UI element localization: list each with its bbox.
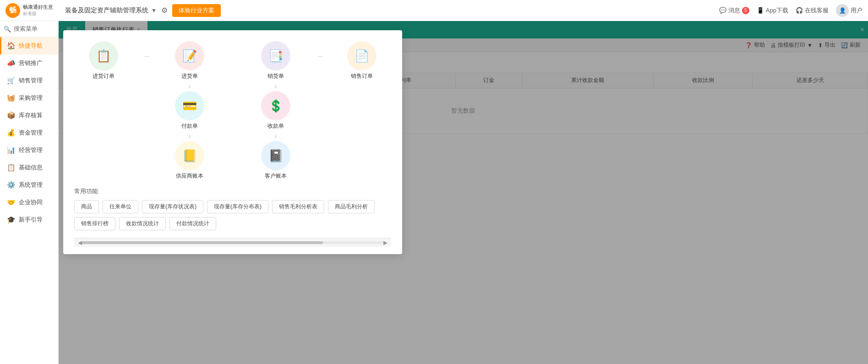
purchase-order-label: 进货订单	[93, 72, 115, 80]
payment-icon: 💳	[175, 91, 204, 120]
shortcuts-icon: 🏠	[7, 42, 15, 50]
sidebar: 🔍 搜索菜单 🏠 快捷导航 📣 营销推广 🛒 销售管理 🧺 采购管理 📦	[0, 21, 59, 364]
payment-label: 付款单	[181, 122, 198, 130]
system-icon: ⚙️	[7, 181, 15, 189]
receipt-icon: 💲	[261, 91, 290, 120]
flow-node-payment[interactable]: 💳 付款单	[160, 91, 219, 130]
avatar: 👤	[836, 4, 849, 17]
top-right: 💬 消息 5 📱 App下载 🎧 在线客服 👤 用户	[719, 4, 863, 17]
online-service-item[interactable]: 🎧 在线客服	[796, 6, 829, 15]
flow-node-purchase-bill[interactable]: 📝 进货单	[160, 41, 219, 80]
logo-area: 畅 畅康通好生意 标准版	[5, 3, 60, 18]
scroll-left-btn[interactable]: ◀	[78, 239, 82, 246]
logo-text: 畅康通好生意	[23, 4, 53, 10]
user-item[interactable]: 👤 用户	[836, 4, 863, 17]
sales-bill-label: 销货单	[267, 72, 284, 80]
scroll-right-btn[interactable]: ▶	[383, 239, 388, 246]
settings-button[interactable]: ⚙	[161, 6, 168, 15]
flow-node-supplier-ledger[interactable]: 📒 供应商账本	[160, 141, 219, 180]
sidebar-item-basicinfo[interactable]: 📋 基础信息	[0, 159, 58, 176]
collaboration-icon: 🤝	[7, 198, 15, 206]
common-title: 常用功能	[74, 187, 391, 196]
app-download-item[interactable]: 📱 App下载	[757, 6, 788, 15]
func-btn-product[interactable]: 商品	[74, 200, 99, 213]
func-btn-product-profit[interactable]: 商品毛利分析	[328, 200, 375, 213]
system-title: 装备及固定资产辅助管理系统 ▼	[65, 6, 157, 15]
customer-ledger-label: 客户账本	[265, 172, 287, 180]
sidebar-item-marketing[interactable]: 📣 营销推广	[0, 54, 58, 72]
flow-node-receipt[interactable]: 💲 收款单	[246, 91, 305, 130]
service-icon: 🎧	[796, 7, 803, 14]
func-btn-stock-dist[interactable]: 现存量(库存分布表)	[207, 200, 268, 213]
sidebar-item-operations[interactable]: 📊 经营管理	[0, 141, 58, 159]
scroll-track[interactable]	[82, 241, 383, 244]
basicinfo-icon: 📋	[7, 163, 15, 172]
operations-icon: 📊	[7, 146, 15, 154]
flow-node-sales-bill[interactable]: 📑 销货单	[246, 41, 305, 80]
message-item[interactable]: 💬 消息 5	[719, 6, 749, 15]
flow-node-purchase-order[interactable]: 📋 进货订单	[74, 41, 133, 80]
func-buttons: 商品 往来单位 现存量(库存状况表) 现存量(库存分布表) 销售毛利分析表 商品…	[74, 200, 391, 213]
sidebar-item-collaboration[interactable]: 🤝 企业协同	[0, 194, 58, 211]
app-icon: 📱	[757, 7, 764, 14]
sidebar-item-newbie[interactable]: 🎓 新手引导	[0, 211, 58, 228]
search-icon: 🔍	[4, 26, 11, 33]
modal-overlay[interactable]: 📋 进货订单 - - - → 📝 进货单	[59, 21, 868, 364]
marketing-icon: 📣	[7, 59, 15, 67]
newbie-icon: 🎓	[7, 216, 15, 224]
trial-button[interactable]: 体验行业方案	[172, 4, 221, 17]
sidebar-item-purchase[interactable]: 🧺 采购管理	[0, 89, 58, 107]
flow-node-customer-ledger[interactable]: 📓 客户账本	[246, 141, 305, 180]
func-btn-contacts[interactable]: 往来单位	[103, 200, 138, 213]
quick-guide-modal: 📋 进货订单 - - - → 📝 进货单	[63, 30, 402, 254]
func-buttons-row2: 销售排行榜 收款情况统计 付款情况统计	[74, 217, 391, 230]
scroll-bar-area: ◀ ▶	[74, 238, 391, 247]
sales-order-label: 销售订单	[351, 72, 373, 80]
flow-node-sales-order[interactable]: 📄 销售订单	[333, 41, 391, 80]
inventory-icon: 📦	[7, 111, 15, 120]
sales-order-icon: 📄	[347, 41, 377, 71]
supplier-ledger-icon: 📒	[175, 141, 204, 170]
logo-icon: 畅	[5, 3, 20, 18]
system-dropdown-btn[interactable]: ▼	[151, 7, 157, 14]
content-area: 首页 销售订单执行表 × × ❓ 帮助 🖨 按模板打印 ▼	[59, 21, 868, 364]
purchase-bill-icon: 📝	[175, 41, 204, 71]
func-btn-stock-status[interactable]: 现存量(库存状况表)	[142, 200, 203, 213]
sidebar-item-inventory[interactable]: 📦 库存核算	[0, 107, 58, 124]
sales-bill-icon: 📑	[261, 41, 290, 71]
customer-ledger-icon: 📓	[261, 141, 290, 170]
func-btn-payment-stats[interactable]: 付款情况统计	[169, 217, 216, 230]
receipt-label: 收款单	[267, 122, 284, 130]
func-btn-receipt-stats[interactable]: 收款情况统计	[119, 217, 166, 230]
common-functions: 常用功能 商品 往来单位 现存量(库存状况表) 现存量(库存分布表) 销售毛利分…	[74, 187, 391, 230]
purchase-order-icon: 📋	[89, 41, 118, 71]
func-btn-sales-profit[interactable]: 销售毛利分析表	[272, 200, 324, 213]
sidebar-item-system[interactable]: ⚙️ 系统管理	[0, 176, 58, 194]
sidebar-item-sales[interactable]: 🛒 销售管理	[0, 72, 58, 89]
sales-icon: 🛒	[7, 76, 15, 85]
sidebar-item-finance[interactable]: 💰 资金管理	[0, 124, 58, 141]
message-icon: 💬	[719, 7, 726, 14]
purchase-icon: 🧺	[7, 94, 15, 102]
supplier-ledger-label: 供应商账本	[176, 172, 203, 180]
sidebar-item-shortcuts[interactable]: 🏠 快捷导航	[0, 37, 58, 54]
logo-sub: 标准版	[23, 11, 53, 17]
purchase-bill-label: 进货单	[181, 72, 198, 80]
scroll-thumb	[82, 241, 323, 244]
sidebar-search[interactable]: 🔍 搜索菜单	[0, 21, 58, 37]
finance-icon: 💰	[7, 129, 15, 137]
message-badge: 5	[742, 7, 749, 14]
func-btn-sales-ranking[interactable]: 销售排行榜	[74, 217, 115, 230]
